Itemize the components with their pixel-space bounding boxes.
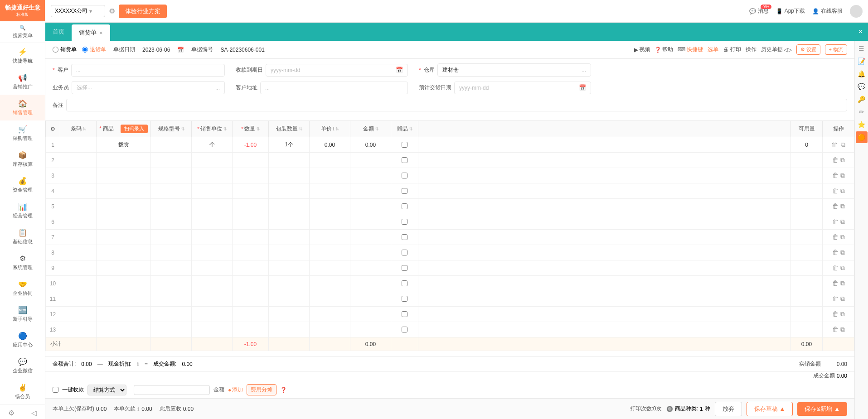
sidebar-item-system[interactable]: ⚙ 系统管理 [0, 250, 45, 275]
spec-1[interactable] [151, 137, 192, 153]
rp-icon-bell[interactable]: 🔔 [856, 68, 868, 80]
sidebar-item-purchase[interactable]: 🛒 采购管理 [0, 120, 45, 146]
copy-row-3[interactable]: ⧉ [839, 171, 846, 180]
doc-action-history[interactable]: 历史单据 ◁▷ [761, 46, 792, 53]
customer-addr-input[interactable]: ... [260, 82, 408, 94]
copy-row-2[interactable]: ⧉ [839, 155, 846, 165]
radio-return-order[interactable]: 退货单 [82, 46, 106, 53]
collapse-icon[interactable]: ◁ [31, 409, 37, 417]
rp-icon-star[interactable]: ⭐ [856, 119, 868, 130]
delete-row-6[interactable]: 🗑 [831, 217, 839, 226]
delete-row-4[interactable]: 🗑 [831, 186, 839, 195]
gift-checkbox-5[interactable] [402, 203, 407, 209]
sidebar-item-collab[interactable]: 🤝 企业协同 [0, 275, 45, 301]
scan-button[interactable]: 扫码录入 [121, 125, 148, 133]
copy-row-7[interactable]: ⧉ [839, 232, 846, 242]
price-info-icon[interactable]: ℹ [333, 126, 335, 131]
discount-info-icon[interactable]: ℹ [137, 361, 139, 367]
tab-sales-order[interactable]: 销货单 × [72, 24, 110, 41]
product-1[interactable]: 拨贡 [97, 137, 151, 153]
message-button[interactable]: 💬 消息 99+ [749, 7, 769, 15]
gift-checkbox-7[interactable] [402, 234, 407, 240]
sidebar-item-sales[interactable]: 🏠 销售管理 [0, 95, 45, 120]
copy-row-13[interactable]: ⧉ [839, 325, 846, 334]
doc-action-video[interactable]: ▶ 视频 [634, 46, 650, 53]
delete-row-1[interactable]: 🗑 [830, 140, 839, 149]
rp-icon-orange[interactable]: 🟠 [856, 131, 868, 143]
copy-row-6[interactable]: ⧉ [839, 217, 846, 226]
settings-gear-icon[interactable]: ⚙ [109, 7, 115, 15]
doc-action-select[interactable]: 选单 [708, 46, 718, 53]
expected-date-calendar-icon[interactable]: 📅 [579, 84, 586, 91]
rp-icon-list[interactable]: ☰ [856, 43, 868, 54]
copy-row-1[interactable]: ⧉ [840, 140, 846, 149]
settings-bottom-icon[interactable]: ⚙ [8, 409, 15, 417]
gift-checkbox-6[interactable] [402, 219, 407, 225]
user-avatar[interactable] [850, 5, 863, 18]
fee-help-icon[interactable]: ❓ [280, 387, 287, 393]
settings-btn[interactable]: ⚙ 设置 [796, 44, 820, 55]
calc-method-select[interactable]: 结算方式 [87, 385, 126, 395]
sidebar-item-appcenter[interactable]: 🔵 应用中心 [0, 327, 45, 353]
tab-home[interactable]: 首页 [45, 23, 72, 41]
gift-checkbox-1[interactable] [402, 142, 407, 148]
rp-icon-key[interactable]: 🔑 [856, 93, 868, 105]
copy-row-4[interactable]: ⧉ [839, 186, 846, 196]
fee-split-button[interactable]: 费用分摊 [247, 384, 276, 395]
sidebar-item-guide[interactable]: 🆕 新手引导 [0, 301, 45, 327]
gift-checkbox-11[interactable] [402, 296, 407, 302]
delete-row-13[interactable]: 🗑 [831, 325, 839, 334]
product-2[interactable] [97, 153, 151, 168]
due-date-input[interactable]: yyyy-mm-dd 📅 [266, 64, 408, 77]
copy-row-9[interactable]: ⧉ [839, 263, 846, 273]
company-selector[interactable]: XXXXXX公司 ▾ [51, 5, 105, 17]
gift-checkbox-4[interactable] [402, 188, 407, 194]
logistics-btn[interactable]: + 物流 [825, 44, 847, 55]
online-service-button[interactable]: 👤 在线客服 [812, 7, 843, 15]
save-new-button[interactable]: 保存&新增 ▲ [797, 402, 847, 416]
expected-date-input[interactable]: yyyy-mm-dd 📅 [454, 82, 591, 94]
delete-row-10[interactable]: 🗑 [831, 279, 839, 288]
tab-close-all-button[interactable]: × [858, 28, 863, 36]
barcode-1[interactable] [60, 137, 97, 153]
copy-row-10[interactable]: ⧉ [839, 279, 846, 288]
delete-row-9[interactable]: 🗑 [831, 263, 839, 272]
sidebar-item-basic[interactable]: 📋 基础信息 [0, 224, 45, 250]
delete-row-11[interactable]: 🗑 [831, 294, 839, 303]
warehouse-input[interactable]: 建材仓 ... [437, 63, 591, 77]
delete-row-2[interactable]: 🗑 [831, 155, 839, 164]
delete-row-7[interactable]: 🗑 [831, 232, 839, 241]
rp-icon-chat[interactable]: 💬 [856, 81, 868, 92]
radio-sales-input[interactable] [53, 47, 58, 53]
gift-checkbox-2[interactable] [402, 157, 407, 163]
sidebar-item-operation[interactable]: 📊 经营管理 [0, 198, 45, 224]
gift-checkbox-9[interactable] [402, 265, 407, 271]
copy-row-12[interactable]: ⧉ [839, 309, 846, 319]
pkgqty-1[interactable]: 1个 [269, 137, 310, 153]
app-download-button[interactable]: 📱 App下载 [776, 7, 805, 15]
delete-row-5[interactable]: 🗑 [831, 202, 839, 211]
barcode-2[interactable] [60, 153, 97, 168]
delete-row-3[interactable]: 🗑 [831, 171, 839, 180]
copy-row-5[interactable]: ⧉ [839, 202, 846, 211]
gift-checkbox-8[interactable] [402, 250, 407, 255]
delete-row-8[interactable]: 🗑 [831, 248, 839, 257]
doc-action-operate[interactable]: 操作 [746, 46, 756, 53]
doc-action-help[interactable]: ❓ 帮助 [655, 46, 673, 53]
debt-info-icon[interactable]: ℹ [137, 406, 140, 412]
gift-checkbox-10[interactable] [402, 280, 407, 286]
due-date-calendar-icon[interactable]: 📅 [396, 67, 403, 73]
customer-input[interactable]: ... [71, 64, 225, 77]
copy-row-8[interactable]: ⧉ [839, 248, 846, 257]
sidebar-item-member[interactable]: ✌ 畅会员 [0, 379, 45, 405]
sidebar-item-quick-nav[interactable]: ⚡ 快捷导航 [0, 43, 45, 69]
trial-button[interactable]: 体验行业方案 [119, 5, 167, 18]
unit-1[interactable]: 个 [192, 137, 233, 153]
gift-checkbox-12[interactable] [402, 311, 407, 317]
qty-1[interactable]: -1.00 [233, 137, 269, 153]
one-click-pay-checkbox[interactable] [53, 387, 58, 393]
gift-checkbox-3[interactable] [402, 173, 407, 178]
add-payment-button[interactable]: ● 添加 [228, 386, 243, 394]
sidebar-item-wechat[interactable]: 💬 企业微信 [0, 353, 45, 379]
delete-row-12[interactable]: 🗑 [831, 309, 839, 318]
